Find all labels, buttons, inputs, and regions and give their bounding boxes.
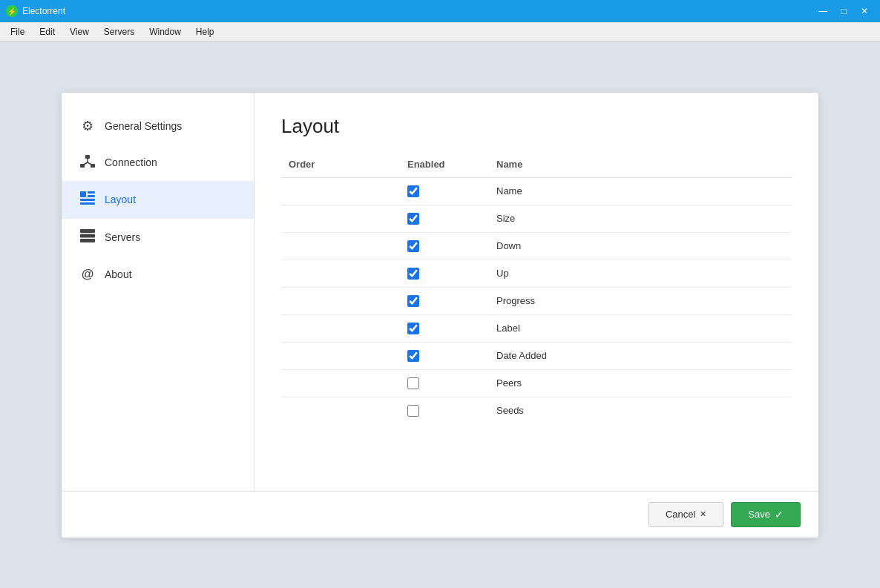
cell-enabled	[400, 342, 489, 369]
cell-order	[281, 314, 400, 342]
col-order: Order	[281, 153, 400, 178]
checkbox-row-2[interactable]	[407, 240, 419, 252]
minimize-button[interactable]: —	[813, 4, 833, 19]
close-button[interactable]: ✕	[855, 4, 874, 19]
svg-rect-9	[80, 199, 95, 201]
table-row: Label	[281, 314, 792, 342]
sidebar-label-layout: Layout	[105, 194, 136, 205]
settings-panel: ⚙ General Settings Conne	[62, 93, 818, 538]
cell-name: Seeds	[489, 397, 792, 424]
checkbox-row-4[interactable]	[407, 295, 419, 307]
cell-order	[281, 205, 400, 232]
table-row: Down	[281, 232, 792, 260]
menu-servers[interactable]: Servers	[96, 25, 142, 39]
svg-rect-8	[88, 195, 95, 197]
checkbox-row-7[interactable]	[407, 377, 419, 389]
table-row: Date Added	[281, 342, 792, 369]
window-controls: — □ ✕	[813, 4, 874, 19]
cancel-button[interactable]: Cancel ✕	[648, 502, 723, 527]
svg-rect-7	[88, 191, 95, 194]
menubar: File Edit View Servers Window Help	[0, 22, 880, 42]
sidebar-item-layout[interactable]: Layout	[62, 181, 254, 219]
servers-icon	[79, 229, 96, 246]
svg-rect-0	[85, 155, 90, 159]
save-icon: ✓	[775, 509, 784, 521]
main-content: Layout Order Enabled Name NameSizeDownUp…	[255, 93, 818, 491]
svg-rect-12	[80, 234, 95, 237]
cell-name: Down	[489, 232, 792, 260]
cell-order	[281, 369, 400, 397]
app-icon: ⚡	[6, 5, 18, 17]
menu-help[interactable]: Help	[188, 25, 222, 39]
cell-order	[281, 260, 400, 287]
svg-rect-6	[80, 191, 86, 197]
col-enabled: Enabled	[400, 153, 489, 178]
sidebar-item-connection[interactable]: Connection	[62, 145, 254, 181]
cell-enabled	[400, 287, 489, 314]
sidebar-label-connection: Connection	[105, 156, 157, 168]
checkbox-row-6[interactable]	[407, 350, 419, 362]
cell-order	[281, 232, 400, 260]
panel-footer: Cancel ✕ Save ✓	[62, 491, 818, 538]
cancel-label: Cancel	[666, 509, 695, 520]
titlebar: ⚡ Electorrent — □ ✕	[0, 0, 880, 22]
connection-icon	[79, 155, 96, 171]
checkbox-row-8[interactable]	[407, 405, 419, 417]
checkbox-row-1[interactable]	[407, 213, 419, 225]
sidebar-label-general-settings: General Settings	[105, 120, 182, 132]
svg-rect-10	[80, 202, 95, 205]
checkbox-row-5[interactable]	[407, 323, 419, 334]
cell-order	[281, 397, 400, 424]
save-label: Save	[748, 509, 770, 520]
table-row: Up	[281, 260, 792, 287]
app-body: ⚙ General Settings Conne	[0, 42, 880, 588]
cell-enabled	[400, 260, 489, 287]
cell-name: Progress	[489, 287, 792, 314]
cancel-icon: ✕	[700, 509, 706, 519]
about-icon: @	[79, 267, 96, 282]
layout-table: Order Enabled Name NameSizeDownUpProgres…	[281, 153, 792, 424]
table-row: Name	[281, 177, 792, 205]
cell-name: Up	[489, 260, 792, 287]
titlebar-left: ⚡ Electorrent	[6, 5, 65, 17]
cell-name: Date Added	[489, 342, 792, 369]
table-row: Peers	[281, 369, 792, 397]
cell-name: Name	[489, 177, 792, 205]
sidebar-item-general-settings[interactable]: ⚙ General Settings	[62, 108, 254, 145]
sidebar: ⚙ General Settings Conne	[62, 93, 255, 491]
panel-inner: ⚙ General Settings Conne	[62, 93, 818, 491]
cell-enabled	[400, 314, 489, 342]
svg-rect-11	[80, 229, 95, 233]
menu-edit[interactable]: Edit	[32, 25, 62, 39]
app-title: Electorrent	[22, 6, 65, 16]
cell-order	[281, 342, 400, 369]
menu-file[interactable]: File	[3, 25, 32, 39]
col-name: Name	[489, 153, 792, 178]
cell-enabled	[400, 232, 489, 260]
cell-name: Size	[489, 205, 792, 232]
cell-enabled	[400, 369, 489, 397]
gear-icon: ⚙	[79, 118, 96, 134]
cell-enabled	[400, 205, 489, 232]
cell-order	[281, 177, 400, 205]
cell-order	[281, 287, 400, 314]
section-title: Layout	[281, 115, 792, 138]
table-row: Size	[281, 205, 792, 232]
menu-view[interactable]: View	[62, 25, 96, 39]
cell-enabled	[400, 397, 489, 424]
table-row: Seeds	[281, 397, 792, 424]
checkbox-row-3[interactable]	[407, 268, 419, 280]
cell-enabled	[400, 177, 489, 205]
sidebar-item-servers[interactable]: Servers	[62, 219, 254, 257]
menu-window[interactable]: Window	[142, 25, 188, 39]
save-button[interactable]: Save ✓	[731, 502, 801, 527]
table-row: Progress	[281, 287, 792, 314]
svg-rect-13	[80, 239, 95, 242]
table-header-row: Order Enabled Name	[281, 153, 792, 178]
maximize-button[interactable]: □	[834, 4, 853, 19]
sidebar-label-about: About	[105, 268, 132, 280]
sidebar-label-servers: Servers	[105, 231, 140, 243]
checkbox-row-0[interactable]	[407, 185, 419, 197]
layout-icon	[79, 191, 96, 208]
sidebar-item-about[interactable]: @ About	[62, 257, 254, 292]
